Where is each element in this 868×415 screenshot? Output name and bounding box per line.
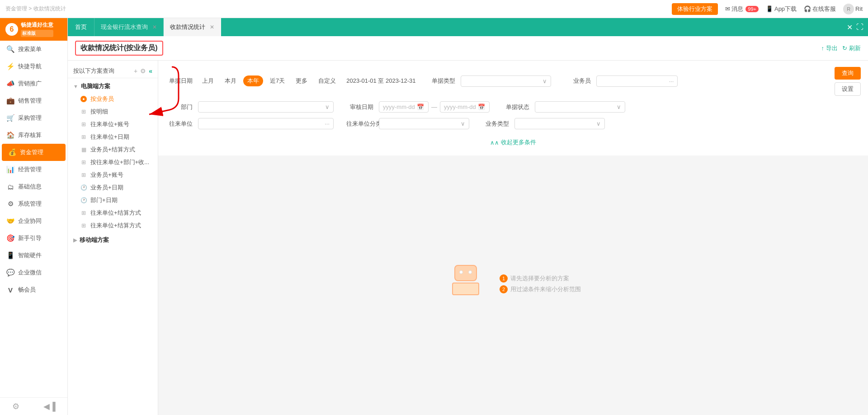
schema-unit-dept-icon: ⊞ — [80, 159, 87, 165]
robot-head — [454, 265, 477, 281]
export-button[interactable]: ↑ 导出 — [821, 44, 838, 52]
date-shortcut-this-year[interactable]: 本年 — [243, 75, 263, 86]
schema-item-salesman-date[interactable]: 🕐 业务员+日期 — [68, 181, 158, 194]
sidebar-item-search-menu[interactable]: 🔍 搜索菜单 — [0, 41, 67, 58]
sidebar-bottom: ⚙ ◀▐ — [0, 397, 67, 415]
schema-section-pc-title[interactable]: ▼ 电脑端方案 — [68, 80, 158, 93]
sidebar-item-sales[interactable]: 💼 销售管理 — [0, 92, 67, 109]
tab-bank-flow-close[interactable]: ✕ — [152, 24, 157, 30]
schema-item-unit-account[interactable]: ⊞ 往来单位+账号 — [68, 118, 158, 131]
tab-receipt-stats-close[interactable]: ✕ — [210, 24, 214, 30]
tab-receipt-stats[interactable]: 收款情况统计 ✕ — [164, 18, 221, 36]
voucher-type-select[interactable]: ∨ — [461, 75, 551, 87]
setting-schema-icon[interactable]: ⚙ — [140, 67, 146, 75]
dept-select[interactable]: ∨ — [198, 101, 334, 113]
sidebar-item-smart-hw[interactable]: 📱 智能硬件 — [0, 247, 67, 264]
app-download-group[interactable]: 📱 App下载 — [766, 5, 797, 13]
sidebar-label-sales: 销售管理 — [18, 97, 42, 105]
date-separator: — — [431, 104, 437, 110]
tab-bank-flow[interactable]: 现金银行流水查询 ✕ — [94, 18, 164, 36]
sidebar-item-member[interactable]: V 畅会员 — [0, 281, 67, 298]
sidebar-item-operation[interactable]: 📊 经营管理 — [0, 161, 67, 178]
review-date-from[interactable]: yyyy-mm-dd 📅 — [379, 101, 429, 113]
schema-item-unit-date[interactable]: ⊞ 往来单位+日期 — [68, 131, 158, 143]
settings-bottom-icon[interactable]: ⚙ — [12, 401, 19, 411]
schema-item-unit-settle1[interactable]: ⊞ 往来单位+结算方式 — [68, 207, 158, 219]
sidebar-label-smart-hw: 智能硬件 — [18, 251, 42, 259]
sidebar-item-finance[interactable]: 💰 资金管理 — [2, 144, 66, 161]
schema-item-salesman-account[interactable]: ⊞ 业务员+账号 — [68, 169, 158, 181]
sidebar-item-basic[interactable]: 🗂 基础信息 — [0, 178, 67, 195]
counterpart-more[interactable]: ··· — [325, 120, 330, 127]
date-shortcut-custom[interactable]: 自定义 — [314, 75, 340, 86]
date-shortcut-last-month[interactable]: 上月 — [198, 75, 218, 86]
counterpart-select[interactable]: ··· — [198, 118, 334, 129]
sidebar-item-purchase[interactable]: 🛒 采购管理 — [0, 109, 67, 127]
schema-dept-date-icon: 🕐 — [80, 197, 87, 203]
sidebar-item-system[interactable]: ⚙ 系统管理 — [0, 195, 67, 212]
date-shortcut-this-month[interactable]: 本月 — [221, 75, 241, 86]
business-type-label: 业务类型 — [482, 120, 509, 128]
collapse-sidebar-icon[interactable]: ◀▐ — [43, 401, 56, 411]
tab-home[interactable]: 首页 — [68, 18, 94, 36]
trial-button[interactable]: 体验行业方案 — [672, 3, 718, 15]
sidebar-item-newbie[interactable]: 🎯 新手引导 — [0, 230, 67, 247]
setting-button[interactable]: 设置 — [835, 82, 861, 96]
sidebar-item-quick-nav[interactable]: ⚡ 快捷导航 — [0, 58, 67, 75]
voucher-status-select[interactable]: ∨ — [535, 101, 625, 113]
marketing-icon: 📣 — [6, 80, 14, 88]
user-avatar: R — [843, 4, 854, 14]
sidebar-label-enterprise: 企业协同 — [18, 217, 42, 225]
collapse-schema-icon[interactable]: « — [149, 67, 152, 75]
schema-item-by-salesman[interactable]: ● 按业务员 — [68, 93, 158, 105]
refresh-button[interactable]: ↻ 刷新 — [842, 44, 861, 52]
counterpart-category-arrow: ∨ — [461, 120, 465, 127]
add-schema-icon[interactable]: + — [134, 67, 137, 75]
schema-item-label-2: 往来单位+账号 — [90, 120, 129, 128]
pc-section-arrow: ▼ — [73, 84, 78, 89]
review-date-group: yyyy-mm-dd 📅 — yyyy-mm-dd 📅 — [379, 101, 490, 113]
counterpart-category-select[interactable]: ∨ — [379, 118, 469, 129]
tab-bar: 首页 现金银行流水查询 ✕ 收款情况统计 ✕ ✕ ⛶ — [68, 18, 868, 36]
date-label: 单据日期 — [165, 77, 193, 85]
sidebar-label-newbie: 新手引导 — [18, 234, 42, 242]
user-display[interactable]: R Rit — [843, 4, 863, 14]
review-date-from-placeholder: yyyy-mm-dd — [383, 104, 415, 110]
sidebar-label-search: 搜索菜单 — [18, 45, 42, 53]
salesman-select[interactable]: ··· — [596, 75, 678, 87]
business-type-select[interactable]: ∨ — [514, 118, 605, 129]
sidebar-item-inventory[interactable]: 🏠 库存核算 — [0, 127, 67, 144]
operation-icon: 📊 — [6, 165, 14, 174]
date-shortcut-more[interactable]: 更多 — [292, 75, 311, 86]
sidebar-item-enterprise-wx[interactable]: 💬 企业微信 — [0, 264, 67, 281]
schema-item-unit-dept[interactable]: ⊞ 按往来单位+部门+收... — [68, 156, 158, 169]
collapse-conditions-btn[interactable]: ∧∧ 收起更多条件 — [486, 135, 540, 150]
voucher-type-arrow: ∨ — [542, 78, 547, 85]
salesman-more-icon[interactable]: ··· — [669, 78, 674, 85]
newbie-icon: 🎯 — [6, 234, 14, 242]
mobile-section-label: 移动端方案 — [80, 236, 109, 244]
schema-item-label-9: 往来单位+结算方式 — [90, 209, 141, 217]
calendar-to-icon: 📅 — [478, 104, 485, 110]
schema-item-unit-settle2[interactable]: ⊞ 往来单位+结算方式 — [68, 219, 158, 232]
query-button[interactable]: 查询 — [835, 67, 861, 80]
review-date-to[interactable]: yyyy-mm-dd 📅 — [440, 101, 490, 113]
online-service-group[interactable]: 🎧 在线客服 — [804, 5, 836, 13]
robot-body — [452, 283, 479, 295]
inventory-icon: 🏠 — [6, 131, 14, 139]
sidebar-item-marketing[interactable]: 📣 营销推广 — [0, 75, 67, 92]
tab-close-all-icon[interactable]: ✕ — [847, 23, 853, 32]
step2-num: 2 — [500, 285, 508, 293]
step1-num: 1 — [500, 274, 508, 283]
schema-section-mobile-title[interactable]: ▶ 移动端方案 — [68, 234, 158, 246]
system-icon: ⚙ — [6, 200, 14, 208]
schema-item-salesman-settle[interactable]: ▦ 业务员+结算方式 — [68, 143, 158, 156]
sidebar-item-enterprise[interactable]: 🤝 企业协同 — [0, 212, 67, 230]
schema-item-dept-date[interactable]: 🕐 部门+日期 — [68, 194, 158, 207]
schema-item-detail[interactable]: ⊞ 按明细 — [68, 105, 158, 118]
date-shortcut-7days[interactable]: 近7天 — [266, 75, 289, 86]
messages-icon-group[interactable]: ✉ 消息 99+ — [725, 5, 759, 13]
filter-row-1: 单据日期 上月 本月 本年 近7天 更多 自定义 2023-01-01 至 20… — [165, 66, 861, 96]
collapse-label: 收起更多条件 — [501, 138, 536, 146]
tab-expand-icon[interactable]: ⛶ — [856, 23, 863, 31]
